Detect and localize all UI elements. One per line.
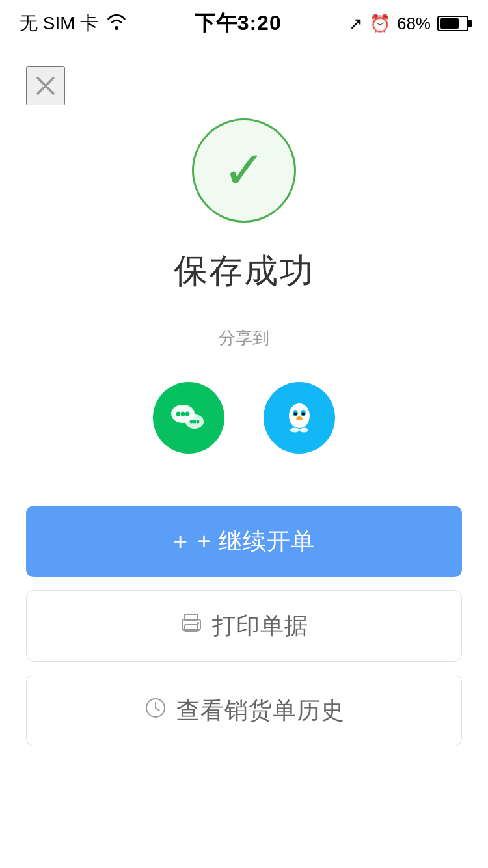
status-indicators: ↗ ⏰ 68% bbox=[349, 14, 468, 34]
svg-point-16 bbox=[290, 428, 299, 433]
continue-plus-icon: + bbox=[173, 528, 188, 556]
svg-point-9 bbox=[197, 420, 200, 424]
alarm-icon: ⏰ bbox=[370, 14, 390, 34]
svg-point-15 bbox=[296, 416, 303, 420]
svg-point-12 bbox=[294, 413, 297, 416]
history-button[interactable]: 查看销货单历史 bbox=[26, 675, 462, 746]
status-bar: 无 SIM 卡 下午3:20 ↗ ⏰ 68% bbox=[0, 0, 488, 47]
divider-right bbox=[282, 338, 462, 338]
print-label: 打印单据 bbox=[212, 610, 308, 642]
continue-label: + 继续开单 bbox=[197, 526, 315, 558]
status-time: 下午3:20 bbox=[195, 9, 282, 38]
main-content: ✓ 保存成功 分享到 bbox=[0, 47, 488, 746]
svg-point-10 bbox=[289, 403, 310, 428]
svg-point-14 bbox=[302, 413, 305, 416]
print-button[interactable]: 打印单据 bbox=[26, 590, 462, 662]
share-row bbox=[26, 382, 462, 454]
status-carrier: 无 SIM 卡 bbox=[20, 11, 127, 36]
continue-button[interactable]: + + 继续开单 bbox=[26, 506, 462, 577]
location-icon: ↗ bbox=[349, 14, 363, 34]
battery-icon bbox=[437, 16, 468, 31]
battery-percent: 68% bbox=[397, 14, 431, 34]
svg-point-5 bbox=[185, 412, 190, 416]
success-circle: ✓ bbox=[192, 118, 296, 223]
svg-point-4 bbox=[181, 412, 185, 416]
svg-point-17 bbox=[299, 428, 308, 433]
close-button[interactable] bbox=[26, 66, 65, 105]
history-icon bbox=[144, 696, 167, 726]
svg-point-7 bbox=[190, 420, 193, 424]
svg-point-3 bbox=[176, 412, 181, 416]
print-icon bbox=[180, 612, 203, 640]
share-wechat-button[interactable] bbox=[153, 382, 224, 454]
svg-point-21 bbox=[197, 622, 199, 625]
share-label: 分享到 bbox=[219, 327, 269, 349]
action-buttons: + + 继续开单 打印单据 bbox=[26, 506, 462, 746]
svg-line-24 bbox=[156, 708, 159, 711]
divider-left bbox=[26, 338, 206, 338]
share-divider-row: 分享到 bbox=[26, 327, 462, 349]
checkmark-icon: ✓ bbox=[223, 144, 266, 197]
svg-point-8 bbox=[193, 420, 197, 424]
success-title: 保存成功 bbox=[174, 249, 314, 294]
share-qq-button[interactable] bbox=[264, 382, 335, 454]
wifi-icon bbox=[106, 13, 127, 34]
history-label: 查看销货单历史 bbox=[176, 695, 345, 727]
carrier-text: 无 SIM 卡 bbox=[20, 11, 98, 36]
